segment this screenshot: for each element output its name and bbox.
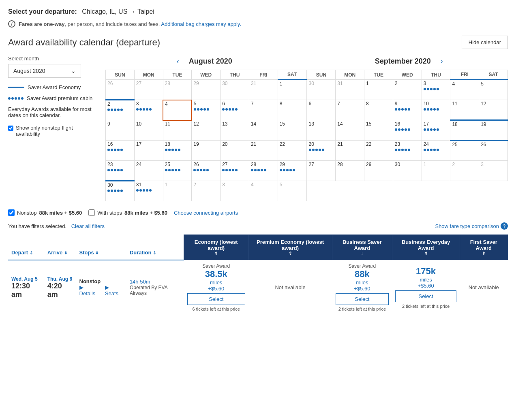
seats-link[interactable]: ▶ Seats bbox=[105, 284, 123, 296]
duration-value: 14h 50m bbox=[130, 279, 181, 285]
september-calendar: September 2020 › SUN MON TUE WED THU FRI bbox=[307, 55, 508, 201]
col-first-saver-header: First Saver Award ⇕ bbox=[460, 235, 507, 260]
legend-dot-5 bbox=[21, 97, 24, 100]
legend-dot-1 bbox=[8, 97, 11, 100]
choose-connecting-airports-link[interactable]: Choose connecting airports bbox=[174, 210, 238, 216]
with-stops-checkbox[interactable] bbox=[88, 209, 95, 216]
nonstop-filter: Nonstop 88k miles + $5.60 bbox=[8, 209, 82, 216]
info-icon: i bbox=[8, 20, 15, 28]
col-mon: MON bbox=[134, 70, 163, 80]
depart-sort-icon[interactable]: ⇕ bbox=[30, 251, 33, 255]
with-stops-miles: 88k miles + $5.60 bbox=[124, 210, 167, 216]
filters-selected-text: You have filters selected. bbox=[8, 223, 66, 229]
col-mon-sep: MON bbox=[336, 70, 364, 80]
filters-status-left: You have filters selected. Clear all fil… bbox=[8, 223, 105, 229]
arrive-time: 4:20 am bbox=[47, 282, 73, 299]
stops-cell: Nonstop ▶ Details ▶ Seats bbox=[76, 260, 126, 315]
first-saver-sort-icon[interactable]: ⇕ bbox=[463, 251, 504, 256]
prev-month-button[interactable]: ‹ bbox=[173, 55, 182, 67]
nonstop-filter-checkbox[interactable] bbox=[8, 209, 15, 216]
august-grid: SUN MON TUE WED THU FRI SAT 262728293031… bbox=[105, 70, 307, 201]
calendar-legend: Select month August 2020 ⌄ Saver Award E… bbox=[8, 55, 97, 201]
biz-saver-sort-icon[interactable]: ↓ bbox=[336, 251, 389, 256]
col-arrive: Arrive ⇕ bbox=[44, 235, 76, 260]
biz-everyday-miles-amount: 175k bbox=[416, 266, 436, 276]
biz-everyday-cell: 175k miles +$5.60 Select 2 tickets left … bbox=[392, 260, 460, 315]
page-header: Select your departure: Chicago, IL, US →… bbox=[8, 8, 508, 15]
bag-charges-link[interactable]: Additional bag charges may apply. bbox=[161, 21, 241, 27]
economy-miles-unit: miles bbox=[187, 279, 245, 286]
fare-compare-link[interactable]: Show fare type comparison ? bbox=[435, 222, 508, 230]
hide-calendar-button[interactable]: Hide calendar bbox=[462, 36, 508, 49]
calendars-wrapper: ‹ August 2020 SUN MON TUE WED THU FRI bbox=[105, 55, 508, 201]
biz-everyday-sort-icon[interactable]: ⇕ bbox=[396, 251, 456, 256]
biz-saver-select-button[interactable]: Select bbox=[336, 293, 389, 305]
biz-saver-miles-amount: 88k bbox=[355, 269, 370, 279]
nonstop-miles: 88k miles + $5.60 bbox=[39, 210, 82, 216]
biz-everyday-fee: +$5.60 bbox=[395, 283, 456, 289]
august-title: August 2020 bbox=[189, 57, 232, 66]
col-premium-header: Premium Economy (lowest award) ⇕ bbox=[248, 235, 332, 260]
economy-fee: +$5.60 bbox=[187, 286, 245, 292]
biz-saver-tickets-left: 2 tickets left at this price bbox=[336, 307, 389, 311]
premium-not-available: Not available bbox=[252, 284, 329, 290]
legend-everyday: Everyday Awards available for most dates… bbox=[8, 106, 97, 118]
col-sun: SUN bbox=[106, 70, 135, 80]
legend-dot-2 bbox=[11, 97, 14, 100]
dropdown-arrow-icon: ⌄ bbox=[71, 68, 76, 74]
economy-award-type: Saver Award bbox=[187, 263, 245, 269]
august-nav: ‹ August 2020 bbox=[105, 55, 307, 67]
col-depart: Depart ⇕ bbox=[8, 235, 44, 260]
col-wed: WED bbox=[192, 70, 221, 80]
clear-filters-link[interactable]: Clear all filters bbox=[71, 223, 105, 229]
with-stops-label: With stops bbox=[97, 210, 122, 216]
biz-saver-award-type: Saver Award bbox=[336, 263, 389, 269]
fare-compare-wrapper: Show fare type comparison ? bbox=[435, 222, 508, 230]
col-stops-header: Stops ⇕ bbox=[76, 235, 126, 260]
legend-saver-economy-label: Saver Award Economy bbox=[28, 84, 81, 90]
col-thu-sep: THU bbox=[422, 70, 450, 80]
stops-sort-icon[interactable]: ⇕ bbox=[95, 251, 98, 255]
nonstop-checkbox-label[interactable]: Show only nonstop flight availability bbox=[16, 125, 97, 137]
nonstop-checkbox[interactable] bbox=[8, 126, 13, 131]
legend-saver-premium: Saver Award premium cabin bbox=[8, 95, 97, 101]
biz-everyday-miles-unit: miles bbox=[395, 277, 456, 283]
filters-row: Nonstop 88k miles + $5.60 With stops 88k… bbox=[8, 209, 508, 216]
arrive-day: Thu, Aug 6 bbox=[47, 276, 73, 282]
economy-sort-icon[interactable]: ⇕ bbox=[187, 251, 245, 256]
route-text: Chicago, IL, US → Taipei bbox=[82, 8, 154, 15]
col-duration-header: Duration ⇕ bbox=[126, 235, 184, 260]
september-title: September 2020 bbox=[375, 57, 431, 66]
economy-tickets-left: 6 tickets left at this price bbox=[187, 307, 245, 311]
legend-saver-premium-label: Saver Award premium cabin bbox=[27, 95, 92, 101]
arrive-sort-icon[interactable]: ⇕ bbox=[64, 251, 67, 255]
operated-by: Operated By EVA Airways bbox=[130, 285, 181, 296]
economy-miles: 38.5k bbox=[187, 269, 245, 279]
col-sat: SAT bbox=[278, 70, 306, 80]
with-stops-filter: With stops 88k miles + $5.60 bbox=[88, 209, 167, 216]
col-sat-sep: SAT bbox=[479, 70, 508, 80]
legend-dot-3 bbox=[15, 97, 17, 100]
biz-everyday-select-button[interactable]: Select bbox=[395, 290, 456, 302]
duration-cell: 14h 50m Operated By EVA Airways bbox=[126, 260, 184, 315]
economy-select-button[interactable]: Select bbox=[187, 293, 245, 305]
premium-cell: Not available bbox=[248, 260, 332, 315]
duration-sort-icon[interactable]: ⇕ bbox=[153, 251, 156, 255]
premium-sort-icon[interactable]: ⇕ bbox=[252, 251, 329, 256]
page-container: Select your departure: Chicago, IL, US →… bbox=[8, 8, 508, 315]
filters-status-row: You have filters selected. Clear all fil… bbox=[8, 222, 508, 230]
col-wed-sep: WED bbox=[393, 70, 422, 80]
depart-time: 12:30 am bbox=[11, 282, 41, 299]
table-row: Wed, Aug 5 12:30 am Thu, Aug 6 4:20 am N… bbox=[8, 260, 508, 315]
flight-links-wrapper: ▶ Details ▶ Seats bbox=[79, 284, 123, 296]
september-nav: September 2020 › bbox=[307, 55, 508, 67]
biz-saver-cell: Saver Award 88k miles +$5.60 Select 2 ti… bbox=[332, 260, 392, 315]
first-saver-not-available: Not available bbox=[463, 284, 504, 290]
august-calendar: ‹ August 2020 SUN MON TUE WED THU FRI bbox=[105, 55, 307, 201]
month-select-dropdown[interactable]: August 2020 ⌄ bbox=[8, 64, 81, 78]
results-table: Depart ⇕ Arrive ⇕ Stops ⇕ Duration ⇕ Eco… bbox=[8, 235, 508, 315]
details-link[interactable]: ▶ Details bbox=[79, 284, 100, 296]
legend-solid-line bbox=[8, 87, 24, 88]
col-tue: TUE bbox=[163, 70, 192, 80]
next-month-button[interactable]: › bbox=[437, 55, 446, 67]
